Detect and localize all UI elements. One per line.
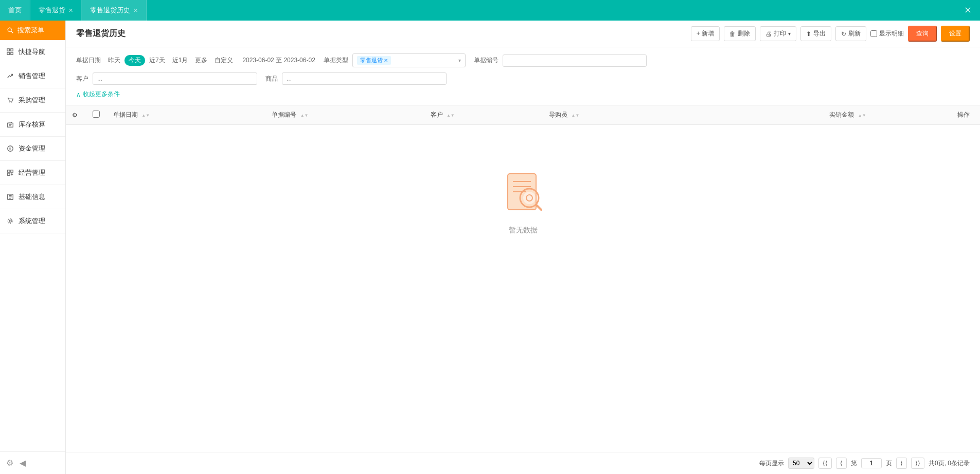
print-label: 打印 xyxy=(774,29,786,38)
sidebar-item-basic-label: 基础信息 xyxy=(19,192,45,202)
svg-rect-14 xyxy=(11,170,13,172)
svg-point-6 xyxy=(9,102,10,103)
voucher-type-filter: 单据类型 零售退货 ✕ ▾ xyxy=(324,53,466,67)
collapse-conditions[interactable]: ∧ 收起更多条件 xyxy=(76,90,970,99)
tab-retail-return-history-close[interactable]: ✕ xyxy=(133,7,138,14)
voucher-type-tag-close[interactable]: ✕ xyxy=(384,58,388,63)
sidebar-item-finance[interactable]: ¥ 资金管理 xyxy=(0,137,65,161)
show-detail-checkbox-label[interactable]: 显示明细 xyxy=(870,29,904,38)
page-number-input[interactable] xyxy=(861,458,882,468)
finance-icon: ¥ xyxy=(6,144,14,153)
sort-arrows-amount: ▲▼ xyxy=(858,113,866,118)
customer-filter: 客户 ... xyxy=(76,72,257,85)
tab-retail-return[interactable]: 零售退货 ✕ xyxy=(30,0,82,21)
sidebar: 搜索菜单 快捷导航 销售管理 xyxy=(0,21,66,474)
voucher-no-filter: 单据编号 xyxy=(474,54,647,67)
settings-button[interactable]: 设置 xyxy=(941,26,970,42)
customer-placeholder: ... xyxy=(97,75,102,82)
th-settings[interactable]: ⚙ xyxy=(66,105,86,125)
sidebar-item-quick-nav-label: 快捷导航 xyxy=(19,47,45,57)
tab-retail-return-close[interactable]: ✕ xyxy=(68,7,73,14)
sidebar-search-label: 搜索菜单 xyxy=(17,26,44,35)
sales-icon xyxy=(6,72,14,80)
th-date[interactable]: 单据日期 ▲▼ xyxy=(107,105,265,125)
goods-filter: 商品 ... xyxy=(265,72,447,85)
chevron-up-icon: ∧ xyxy=(76,91,81,98)
sidebar-bottom: ⚙ ◀ xyxy=(0,451,65,474)
select-all-checkbox[interactable] xyxy=(93,111,100,118)
page-header: 零售退货历史 + 新增 🗑 删除 🖨 打印 ▾ ⬆ 导出 ↻ xyxy=(66,21,980,47)
tab-retail-return-label: 零售退货 xyxy=(39,6,65,15)
sidebar-item-quick-nav[interactable]: 快捷导航 xyxy=(0,40,65,64)
date-btn-yesterday[interactable]: 昨天 xyxy=(105,55,123,66)
refresh-button[interactable]: ↻ 刷新 xyxy=(835,26,866,41)
sidebar-item-inventory[interactable]: 库存核算 xyxy=(0,113,65,137)
table-header: ⚙ 单据日期 ▲▼ 单据编号 ▲▼ xyxy=(66,105,980,125)
next-page-button[interactable]: ⟩ xyxy=(896,458,907,469)
sidebar-item-purchase[interactable]: 采购管理 xyxy=(0,88,65,113)
goods-label: 商品 xyxy=(265,75,278,83)
date-btn-7days[interactable]: 近7天 xyxy=(146,55,168,66)
voucher-type-label: 单据类型 xyxy=(324,56,348,65)
basic-icon xyxy=(6,193,14,201)
settings-icon[interactable]: ⚙ xyxy=(6,458,13,468)
print-chevron-icon: ▾ xyxy=(788,31,791,37)
export-label: 导出 xyxy=(813,29,826,38)
prev-page-button[interactable]: ⟨ xyxy=(836,458,847,469)
date-btn-more[interactable]: 更多 xyxy=(192,55,210,66)
speaker-icon[interactable]: ◀ xyxy=(20,458,26,468)
th-guide-label: 导购员 xyxy=(549,111,567,118)
sidebar-search[interactable]: 搜索菜单 xyxy=(0,21,65,40)
refresh-label: 刷新 xyxy=(848,29,861,38)
window-close-button[interactable]: ✕ xyxy=(964,5,972,16)
th-no[interactable]: 单据编号 ▲▼ xyxy=(265,105,424,125)
delete-button[interactable]: 🗑 删除 xyxy=(724,26,756,41)
svg-rect-2 xyxy=(7,49,9,51)
print-icon: 🖨 xyxy=(765,30,772,38)
date-btn-1month[interactable]: 近1月 xyxy=(169,55,191,66)
th-amount[interactable]: 实销金额 ▲▼ xyxy=(682,105,887,125)
main-layout: 搜索菜单 快捷导航 销售管理 xyxy=(0,21,980,474)
voucher-no-input[interactable] xyxy=(503,54,647,67)
voucher-type-tag-text: 零售退货 xyxy=(360,57,383,64)
query-button[interactable]: 查询 xyxy=(908,26,937,42)
th-customer-label: 客户 xyxy=(431,111,443,118)
th-guide[interactable]: 导购员 ▲▼ xyxy=(543,105,681,125)
date-btn-custom[interactable]: 自定义 xyxy=(211,55,236,66)
first-page-button[interactable]: ⟨⟨ xyxy=(818,458,832,469)
svg-line-1 xyxy=(11,31,13,33)
date-btn-today[interactable]: 今天 xyxy=(124,55,145,66)
search-icon xyxy=(6,26,14,34)
sidebar-item-operation[interactable]: 经营管理 xyxy=(0,161,65,185)
sort-arrows-no: ▲▼ xyxy=(300,113,309,118)
per-page-select[interactable]: 10 20 50 100 xyxy=(788,458,814,469)
print-button[interactable]: 🖨 打印 ▾ xyxy=(760,26,796,41)
th-customer[interactable]: 客户 ▲▼ xyxy=(424,105,543,125)
th-checkbox[interactable] xyxy=(86,105,107,125)
tab-home-label: 首页 xyxy=(8,6,22,15)
customer-select[interactable]: ... xyxy=(93,72,257,85)
new-button[interactable]: + 新增 xyxy=(691,26,720,41)
show-detail-checkbox[interactable] xyxy=(870,30,877,37)
top-bar: 首页 零售退货 ✕ 零售退货历史 ✕ ✕ xyxy=(0,0,980,21)
data-table: ⚙ 单据日期 ▲▼ 单据编号 ▲▼ xyxy=(66,105,980,125)
svg-point-28 xyxy=(523,192,536,204)
goods-select[interactable]: ... xyxy=(282,72,447,85)
sidebar-item-system[interactable]: 系统管理 xyxy=(0,209,65,233)
last-page-button[interactable]: ⟩⟩ xyxy=(911,458,924,469)
svg-rect-3 xyxy=(11,49,13,51)
sidebar-item-basic[interactable]: 基础信息 xyxy=(0,185,65,209)
page-of-label: 页 xyxy=(886,459,892,468)
tab-retail-return-history[interactable]: 零售退货历史 ✕ xyxy=(82,0,147,21)
export-button[interactable]: ⬆ 导出 xyxy=(800,26,831,41)
goods-placeholder: ... xyxy=(287,75,292,82)
tab-home[interactable]: 首页 xyxy=(0,0,30,21)
table-settings-icon[interactable]: ⚙ xyxy=(72,112,78,119)
voucher-type-select[interactable]: 零售退货 ✕ ▾ xyxy=(352,53,466,67)
system-icon xyxy=(6,217,14,225)
svg-point-22 xyxy=(9,220,11,222)
sidebar-item-sales[interactable]: 销售管理 xyxy=(0,64,65,88)
filter-row-2: 客户 ... 商品 ... xyxy=(76,72,970,85)
svg-rect-15 xyxy=(8,173,10,175)
top-bar-right: ✕ xyxy=(964,5,980,16)
